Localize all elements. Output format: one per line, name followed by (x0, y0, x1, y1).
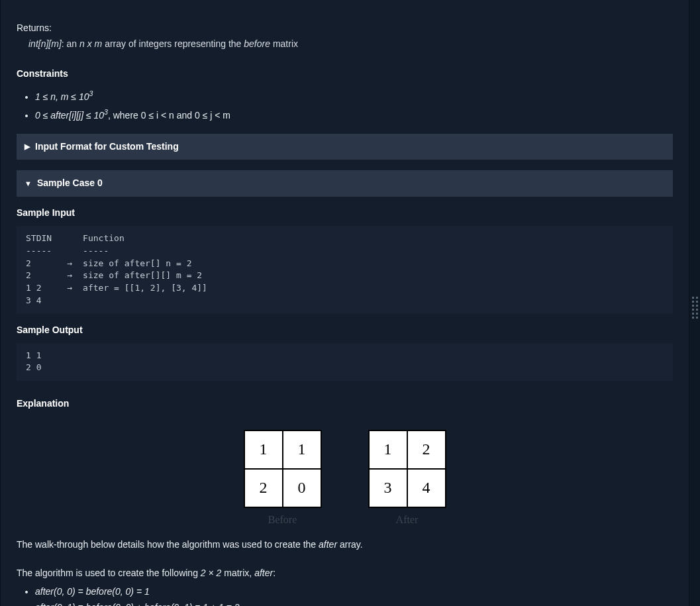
algorithm-text: The algorithm is used to create the foll… (17, 566, 673, 581)
constraints-list: 1 ≤ n, m ≤ 103 0 ≤ after[i][j] ≤ 103, wh… (17, 88, 673, 123)
chevron-down-icon: ▼ (25, 180, 32, 187)
step-item: after(0, 0) = before(0, 0) = 1 (35, 585, 673, 599)
grid-cell: 3 (369, 469, 407, 507)
step-item: after(0, 1) = before(0, 0) + before(0, 1… (35, 601, 673, 606)
grid-caption: After (368, 512, 446, 529)
constraint-item: 0 ≤ after[i][j] ≤ 103, where 0 ≤ i < n a… (35, 107, 673, 123)
returns-label: Returns: (17, 21, 673, 36)
after-grid-wrap: 1 2 3 4 After (368, 430, 446, 529)
constraints-heading: Constraints (17, 67, 673, 81)
before-grid: 1 1 2 0 (244, 430, 322, 508)
panel-title: Input Format for Custom Testing (35, 140, 179, 154)
grid-cell: 4 (407, 469, 446, 507)
sample-input-block: STDIN Function ----- ----- 2 → size of a… (17, 226, 673, 314)
grid-cell: 1 (369, 430, 407, 469)
algorithm-steps: after(0, 0) = before(0, 0) = 1 after(0, … (17, 585, 673, 606)
grid-cell: 1 (244, 430, 283, 469)
after-grid: 1 2 3 4 (368, 430, 446, 508)
resize-handle[interactable] (689, 291, 700, 323)
explanation-grids: 1 1 2 0 Before 1 2 3 4 After (17, 430, 673, 529)
before-grid-wrap: 1 1 2 0 Before (244, 430, 322, 529)
problem-statement-panel: Returns: int[n][m]: an n x m array of in… (0, 0, 689, 606)
sample-output-block: 1 1 2 0 (17, 343, 673, 381)
chevron-right-icon: ▶ (25, 143, 30, 150)
grid-caption: Before (244, 512, 322, 529)
returns-type: int[n][m] (28, 38, 62, 49)
returns-description: int[n][m]: an n x m array of integers re… (17, 37, 673, 52)
returns-block: Returns: int[n][m]: an n x m array of in… (17, 0, 673, 51)
grid-cell: 2 (244, 469, 283, 507)
explanation-heading: Explanation (17, 397, 673, 411)
sample-case-panel[interactable]: ▼ Sample Case 0 (17, 170, 673, 197)
panel-title: Sample Case 0 (37, 176, 103, 191)
constraint-item: 1 ≤ n, m ≤ 103 (35, 88, 673, 104)
walkthrough-text: The walk-through below details how the a… (17, 538, 673, 552)
grid-cell: 2 (407, 430, 446, 469)
input-format-panel[interactable]: ▶ Input Format for Custom Testing (17, 134, 673, 160)
sample-input-heading: Sample Input (17, 206, 673, 221)
grid-cell: 0 (283, 469, 321, 507)
sample-output-heading: Sample Output (17, 323, 673, 338)
grid-cell: 1 (283, 430, 321, 469)
